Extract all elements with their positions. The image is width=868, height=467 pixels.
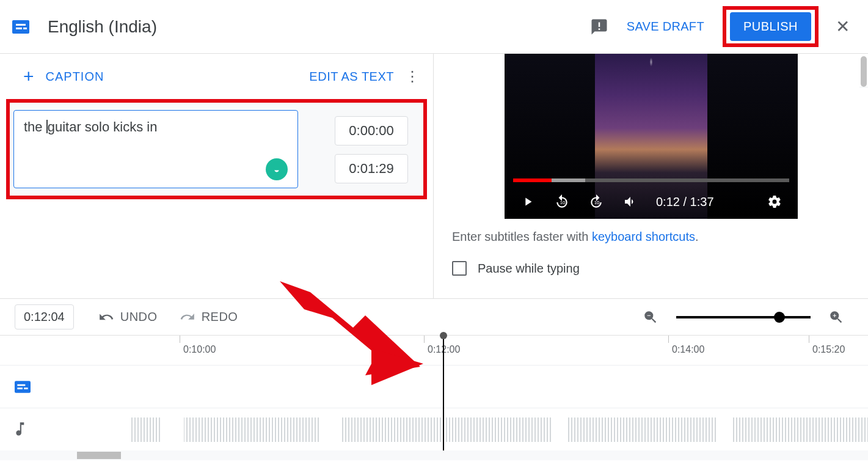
emoji-picker-button[interactable]: [266, 158, 288, 180]
captions-track[interactable]: [0, 365, 868, 408]
preview-scrollbar[interactable]: [859, 54, 868, 298]
editor-header: English (India) SAVE DRAFT PUBLISH ✕: [0, 0, 868, 54]
more-menu-button[interactable]: ⋮: [405, 68, 420, 85]
undo-label: UNDO: [120, 310, 158, 324]
subtitles-icon: [12, 20, 29, 34]
play-button[interactable]: [516, 189, 540, 214]
add-caption-label: CAPTION: [46, 70, 104, 84]
zoom-slider[interactable]: [676, 316, 811, 318]
caption-times: 0:00:00 0:01:29: [335, 116, 414, 192]
video-player[interactable]: 10 10 0:12 / 1:37: [505, 54, 798, 219]
music-note-icon: [15, 422, 32, 437]
video-time-readout: 0:12 / 1:37: [656, 195, 714, 209]
svg-rect-7: [24, 388, 27, 389]
undo-button[interactable]: UNDO: [98, 309, 158, 325]
svg-rect-1: [599, 28, 600, 30]
svg-rect-5: [17, 384, 25, 386]
svg-rect-6: [17, 388, 23, 389]
ruler-tick: 0:10:00: [183, 344, 216, 355]
zoom-slider-handle[interactable]: [774, 312, 785, 323]
feedback-icon[interactable]: [590, 18, 608, 36]
captions-toolbar: + CAPTION EDIT AS TEXT ⋮: [0, 54, 433, 99]
volume-button[interactable]: [618, 189, 643, 214]
progress-played: [513, 178, 552, 182]
caption-text-input[interactable]: the guitar solo kicks in: [13, 110, 298, 188]
audio-track[interactable]: [0, 408, 868, 450]
redo-label: REDO: [202, 310, 238, 324]
video-controls: 10 10 0:12 / 1:37: [505, 185, 798, 219]
ruler-tick: 0:15:20: [812, 344, 845, 355]
subtitles-icon: [15, 381, 32, 393]
publish-button[interactable]: PUBLISH: [730, 12, 811, 41]
playhead[interactable]: [443, 336, 444, 457]
zoom-out-button[interactable]: [642, 309, 659, 326]
pause-while-typing-row: Pause while typing: [452, 261, 856, 276]
redo-button[interactable]: REDO: [180, 309, 238, 325]
save-draft-button[interactable]: SAVE DRAFT: [627, 20, 704, 34]
add-caption-button[interactable]: + CAPTION: [23, 67, 104, 86]
settings-button[interactable]: [762, 189, 787, 214]
ruler-tick: 0:14:00: [672, 344, 704, 355]
svg-rect-0: [599, 22, 600, 27]
caption-text-post: guitar solo kicks in: [48, 119, 158, 134]
svg-rect-4: [15, 381, 31, 393]
keyboard-shortcuts-link[interactable]: keyboard shortcuts: [592, 230, 695, 243]
zoom-in-button[interactable]: [828, 309, 845, 326]
time-ruler[interactable]: 0:10:000:12:000:14:000:15:20: [0, 336, 868, 365]
pause-while-typing-checkbox[interactable]: [452, 261, 467, 276]
annotation-publish-highlight: PUBLISH: [723, 6, 819, 47]
text-cursor: [46, 120, 48, 133]
plus-icon: +: [23, 67, 35, 86]
svg-text:10: 10: [560, 200, 565, 205]
caption-start-time[interactable]: 0:00:00: [335, 116, 408, 145]
rewind-10-button[interactable]: 10: [550, 189, 574, 214]
timeline[interactable]: 0:10:000:12:000:14:000:15:20: [0, 335, 868, 457]
close-button[interactable]: ✕: [830, 13, 856, 40]
caption-text-pre: the: [24, 119, 46, 134]
playhead-knob[interactable]: [440, 332, 447, 339]
editor-content: + CAPTION EDIT AS TEXT ⋮ the guitar solo…: [0, 54, 868, 298]
forward-10-button[interactable]: 10: [584, 189, 608, 214]
shortcuts-hint: Enter subtitles faster with keyboard sho…: [452, 230, 856, 244]
svg-text:10: 10: [594, 200, 599, 205]
timeline-toolbar: 0:12:04 UNDO REDO: [0, 298, 868, 335]
edit-as-text-button[interactable]: EDIT AS TEXT: [309, 70, 394, 84]
preview-pane: 10 10 0:12 / 1:37 Enter subtitles faster…: [434, 54, 868, 298]
progress-bar[interactable]: [513, 178, 789, 182]
pause-while-typing-label: Pause while typing: [478, 262, 580, 276]
playhead-time-input[interactable]: 0:12:04: [15, 304, 74, 329]
timeline-scrollbar[interactable]: [0, 450, 868, 460]
caption-end-time[interactable]: 0:01:29: [335, 154, 408, 183]
waveform: [116, 417, 868, 442]
language-title: English (India): [48, 17, 157, 37]
